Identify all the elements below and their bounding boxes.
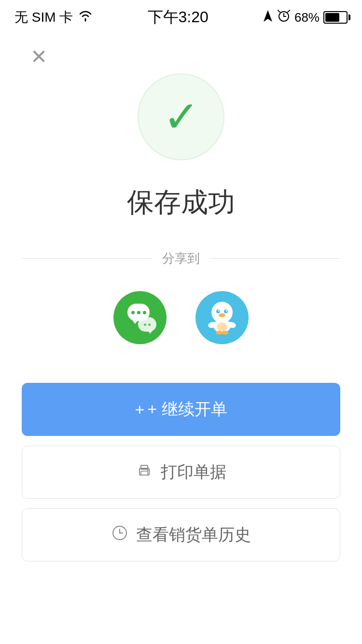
status-bar: 无 SIM 卡 下午3:20 68%: [0, 0, 362, 35]
svg-point-7: [226, 310, 227, 311]
svg-point-4: [216, 309, 220, 313]
print-label: 打印单据: [161, 461, 226, 483]
alarm-icon: [277, 9, 291, 26]
action-buttons: + + 继续开单 打印单据: [22, 383, 340, 561]
continue-button[interactable]: + + 继续开单: [22, 383, 340, 436]
svg-point-13: [216, 331, 223, 335]
svg-point-14: [222, 331, 228, 335]
success-circle: ✓: [138, 73, 224, 160]
svg-point-12: [217, 322, 227, 331]
print-button[interactable]: 打印单据: [22, 446, 340, 499]
wechat-icon: [124, 304, 156, 332]
clock-icon: [111, 524, 128, 546]
svg-point-18: [147, 470, 149, 471]
plus-icon: +: [135, 400, 144, 419]
continue-label: + 继续开单: [147, 398, 227, 420]
battery-icon: [323, 11, 348, 24]
svg-rect-17: [141, 471, 148, 475]
svg-point-8: [219, 313, 225, 317]
wechat-bubble-secondary: [138, 317, 156, 332]
svg-point-5: [224, 309, 228, 313]
wifi-icon: [78, 10, 93, 25]
status-right: 68%: [263, 9, 348, 26]
main-content: ✓ 保存成功 分享到: [0, 35, 362, 561]
share-line-right: [209, 258, 340, 259]
close-button[interactable]: ✕: [24, 42, 53, 71]
location-icon: [263, 9, 273, 26]
status-left: 无 SIM 卡: [14, 8, 93, 27]
time-display: 下午3:20: [148, 7, 209, 28]
close-icon: ✕: [30, 47, 47, 67]
qq-share-button[interactable]: [195, 291, 249, 344]
battery-percentage: 68%: [294, 10, 320, 25]
history-label: 查看销货单历史: [136, 524, 251, 546]
svg-point-6: [218, 310, 220, 311]
printer-icon: [136, 462, 153, 483]
qq-icon: [207, 300, 238, 336]
share-icons-container: [113, 291, 249, 344]
share-label: 分享到: [162, 250, 200, 267]
history-button[interactable]: 查看销货单历史: [22, 508, 340, 561]
wechat-share-button[interactable]: [113, 291, 167, 344]
share-divider: 分享到: [22, 250, 340, 267]
carrier-text: 无 SIM 卡: [14, 8, 73, 27]
share-line-left: [22, 258, 153, 259]
checkmark-icon: ✓: [163, 95, 199, 139]
success-title: 保存成功: [127, 184, 235, 221]
